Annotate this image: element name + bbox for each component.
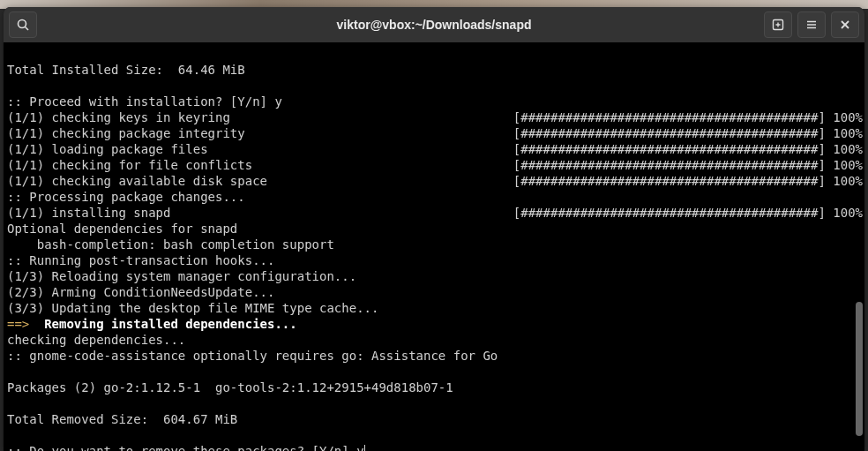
output-line: bash-completion: bash completion support <box>7 237 334 252</box>
output-line: :: gnome-code-assistance optionally requ… <box>7 349 498 363</box>
arrow-prefix: ==> <box>7 317 37 331</box>
titlebar: viktor@vbox:~/Downloads/snapd <box>4 7 864 42</box>
cursor <box>364 445 365 451</box>
menu-button[interactable] <box>797 11 826 38</box>
new-tab-button[interactable] <box>764 11 792 38</box>
search-icon <box>16 18 30 32</box>
svg-line-1 <box>26 27 29 31</box>
output-line: Optional dependencies for snapd <box>7 222 237 236</box>
window-title: viktor@vbox:~/Downloads/snapd <box>4 18 864 32</box>
progress-line: (1/1) installing snapd[#################… <box>7 205 863 221</box>
output-line: checking dependencies... <box>7 333 185 347</box>
output-line: :: Running post-transaction hooks... <box>7 253 274 267</box>
progress-line: (1/1) loading package files[############… <box>7 141 863 157</box>
progress-line: (1/1) checking for file conflicts[######… <box>7 157 863 173</box>
close-button[interactable] <box>831 11 859 38</box>
output-line: Total Removed Size: 604.67 MiB <box>7 412 237 426</box>
progress-line: (1/1) checking package integrity[#######… <box>7 125 863 141</box>
scrollbar[interactable] <box>854 49 863 444</box>
terminal-output[interactable]: Total Installed Size: 64.46 MiB :: Proce… <box>4 42 864 451</box>
output-line: :: Processing package changes... <box>7 190 245 204</box>
terminal-window: viktor@vbox:~/Downloads/snapd Total Inst… <box>4 7 864 451</box>
output-line: (3/3) Updating the desktop file MIME typ… <box>7 301 378 315</box>
new-tab-icon <box>771 18 785 32</box>
search-button[interactable] <box>9 11 37 38</box>
output-line: Packages (2) go-2:1.12.5-1 go-tools-2:1.… <box>7 380 453 395</box>
svg-point-0 <box>19 20 26 28</box>
removing-label: Removing installed dependencies... <box>37 317 297 331</box>
output-line: (1/3) Reloading system manager configura… <box>7 269 356 283</box>
close-icon <box>838 18 852 32</box>
hamburger-icon <box>804 18 819 32</box>
scrollbar-thumb[interactable] <box>856 302 863 436</box>
output-line: (2/3) Arming ConditionNeedsUpdate... <box>7 285 274 299</box>
output-line: Total Installed Size: 64.46 MiB <box>7 63 245 77</box>
progress-line: (1/1) checking keys in keyring[#########… <box>7 109 863 125</box>
output-line: :: Proceed with installation? [Y/n] y <box>7 94 282 109</box>
progress-line: (1/1) checking available disk space[####… <box>7 173 863 189</box>
prompt-line: :: Do you want to remove these packages?… <box>7 444 365 451</box>
output-line: ==> Removing installed dependencies... <box>7 317 297 331</box>
